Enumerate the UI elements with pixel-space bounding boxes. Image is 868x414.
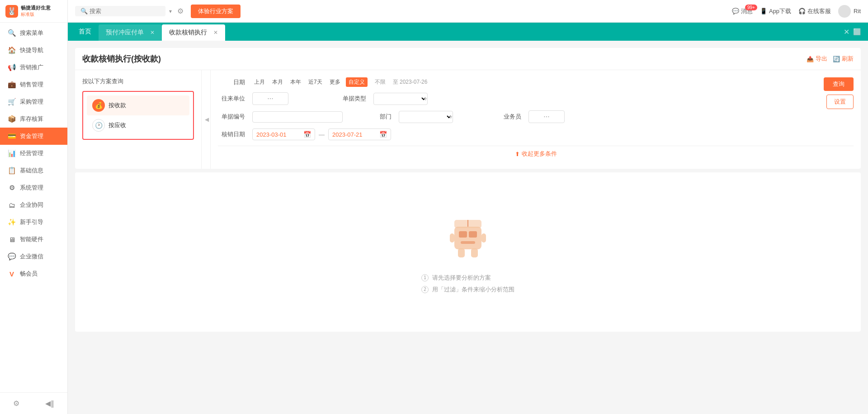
refresh-label: 刷新 <box>842 55 854 63</box>
topbar-search-input[interactable] <box>90 8 157 14</box>
docno-input[interactable] <box>252 111 343 123</box>
system-icon: ⚙ <box>7 184 16 192</box>
sidebar-nav: 🔍 搜索菜单 🏠 快捷导航 📢 营销推广 💼 销售管理 🛒 采购管理 📦 库存核… <box>0 23 67 392</box>
refresh-btn[interactable]: 🔄 刷新 <box>833 55 854 63</box>
tab-maximize-btn[interactable]: ⬜ <box>853 28 861 35</box>
online-service-btn[interactable]: 🎧 在线客服 <box>798 7 831 15</box>
sidebar-item-system[interactable]: ⚙ 系统管理 <box>0 179 67 196</box>
solution-button[interactable]: 体验行业方案 <box>191 5 241 18</box>
sales-icon: 💼 <box>7 81 16 89</box>
verify-date-label: 核销日期 <box>218 130 245 138</box>
date-range: 📅 — 📅 <box>252 128 391 140</box>
date-last-month-btn[interactable]: 上月 <box>252 77 267 87</box>
collapse-more-btn[interactable]: ⬆ 收起更多条件 <box>218 146 854 162</box>
topbar-left: 🔍 ▾ ⚙ 体验行业方案 <box>75 5 732 18</box>
app-download-btn[interactable]: 📱 App下载 <box>760 7 791 15</box>
receivable-tab-label: 收款核销执行 <box>169 29 207 37</box>
export-btn[interactable]: 📤 导出 <box>807 55 827 63</box>
date-to-display: 至 2023-07-26 <box>393 78 428 86</box>
settings-bottom-btn[interactable]: ⚙ <box>9 396 24 410</box>
topbar-dropdown-btn[interactable]: ▾ <box>169 8 172 14</box>
by-receipt-label: 按收款 <box>108 101 126 109</box>
svg-rect-1 <box>459 231 467 238</box>
empty-illustration <box>441 209 495 263</box>
sidebar-item-basics[interactable]: 📋 基础信息 <box>0 162 67 179</box>
empty-tip-1-text: 请先选择要分析的方案 <box>432 272 491 284</box>
sidebar-item-wechat[interactable]: 💬 企业微信 <box>0 248 67 265</box>
logo-name: 畅捷通好生意 <box>21 5 51 11</box>
verify-date-end-wrap[interactable]: 📅 <box>328 128 391 140</box>
counterpart-input[interactable]: ··· <box>252 92 288 105</box>
refresh-icon: 🔄 <box>833 56 840 62</box>
filter-sidebar: 按以下方案查询 💰 按收款 🕐 按应收 <box>75 70 202 169</box>
setting-button[interactable]: 设置 <box>826 95 854 109</box>
app-label: App下载 <box>769 7 791 15</box>
by-receipt-icon: 💰 <box>92 99 105 112</box>
topbar-gear-btn[interactable]: ⚙ <box>177 7 184 15</box>
verify-date-end-input[interactable] <box>332 131 377 138</box>
staff-input[interactable]: ··· <box>528 110 565 123</box>
doctype-select[interactable] <box>373 93 428 105</box>
enterprise-icon: 🗂 <box>7 201 16 209</box>
sidebar-item-member[interactable]: V 畅会员 <box>0 265 67 282</box>
date-group: 上月 本月 本年 近7天 更多 自定义 <box>252 77 368 87</box>
verify-date-start-wrap[interactable]: 📅 <box>252 128 315 140</box>
date-7days-btn[interactable]: 近7天 <box>307 77 324 87</box>
sidebar-item-label: 畅会员 <box>20 270 38 278</box>
sidebar-bottom: ⚙ ◀‖ <box>0 392 67 414</box>
sidebar-item-marketing[interactable]: 📢 营销推广 <box>0 59 67 76</box>
calendar-end-icon[interactable]: 📅 <box>379 131 387 138</box>
tab-receivable[interactable]: 收款核销执行 ✕ <box>162 24 225 41</box>
filter-option-by-receivable[interactable]: 🕐 按应收 <box>87 115 189 135</box>
topbar-search-box[interactable]: 🔍 <box>75 6 165 16</box>
sidebar-item-sales[interactable]: 💼 销售管理 <box>0 76 67 93</box>
tab-prepay[interactable]: 预付冲应付单 ✕ <box>99 24 162 41</box>
nav-tabbar: 首页 预付冲应付单 ✕ 收款核销执行 ✕ ✕ ⬜ <box>68 23 868 41</box>
date-more-btn[interactable]: 更多 <box>328 77 342 87</box>
sidebar-item-label: 采购管理 <box>20 98 43 106</box>
by-receivable-icon: 🕐 <box>92 119 105 132</box>
logo-sub: 标准版 <box>21 11 51 18</box>
calendar-start-icon[interactable]: 📅 <box>303 131 311 138</box>
topbar: 🔍 ▾ ⚙ 体验行业方案 💬 消息 99+ 📱 App下载 🎧 在线客服 <box>68 0 868 23</box>
filter-collapse-btn[interactable]: ◀ <box>203 70 211 169</box>
filter-row-date: 日期 上月 本月 本年 近7天 更多 自定义 不限 <box>218 77 824 87</box>
sidebar-item-finance[interactable]: 💳 资金管理 <box>0 128 67 145</box>
sidebar-item-management[interactable]: 📊 经营管理 <box>0 145 67 162</box>
date-custom-btn[interactable]: 自定义 <box>346 77 368 87</box>
date-label: 日期 <box>218 78 245 86</box>
dept-label: 部门 <box>364 113 392 121</box>
sidebar-item-label: 智能硬件 <box>20 235 43 243</box>
sidebar-item-search[interactable]: 🔍 搜索菜单 <box>0 24 67 42</box>
date-this-month-btn[interactable]: 本月 <box>270 77 285 87</box>
filter-option-by-receipt[interactable]: 💰 按收款 <box>87 95 189 115</box>
sidebar-item-hardware[interactable]: 🖥 智能硬件 <box>0 231 67 248</box>
dept-select[interactable] <box>399 111 453 123</box>
service-icon: 🎧 <box>798 8 806 14</box>
receivable-tab-close[interactable]: ✕ <box>213 29 218 36</box>
sidebar-item-inventory[interactable]: 📦 库存核算 <box>0 110 67 128</box>
management-icon: 📊 <box>7 149 16 157</box>
verify-date-start-input[interactable] <box>256 131 302 138</box>
filter-row-counterpart: 往来单位 ··· 单据类型 ▾ <box>218 92 824 105</box>
empty-tip-1: 1 请先选择要分析的方案 <box>421 272 514 284</box>
tab-close-all-btn[interactable]: ✕ <box>844 28 849 36</box>
svg-rect-7 <box>471 248 478 257</box>
collapse-more-label: 收起更多条件 <box>522 150 557 158</box>
tab-home[interactable]: 首页 <box>71 23 99 41</box>
user-name: Rit <box>854 8 861 14</box>
sidebar-item-enterprise[interactable]: 🗂 企业协同 <box>0 196 67 214</box>
sidebar-item-purchase[interactable]: 🛒 采购管理 <box>0 93 67 110</box>
message-icon: 💬 <box>732 8 739 14</box>
sidebar-item-quicknav[interactable]: 🏠 快捷导航 <box>0 42 67 59</box>
sidebar-item-guide[interactable]: ✨ 新手引导 <box>0 214 67 231</box>
empty-tips: 1 请先选择要分析的方案 2 用「过滤」条件来缩小分析范围 <box>421 272 514 295</box>
user-area[interactable]: Rit <box>838 5 861 18</box>
prepay-tab-close[interactable]: ✕ <box>150 29 155 36</box>
message-btn[interactable]: 💬 消息 99+ <box>732 7 753 15</box>
marketing-icon: 📢 <box>7 63 16 71</box>
date-this-year-btn[interactable]: 本年 <box>288 77 303 87</box>
sidebar-item-label: 经营管理 <box>20 149 43 157</box>
collapse-sidebar-btn[interactable]: ◀‖ <box>41 396 59 410</box>
query-button[interactable]: 查询 <box>824 77 854 91</box>
